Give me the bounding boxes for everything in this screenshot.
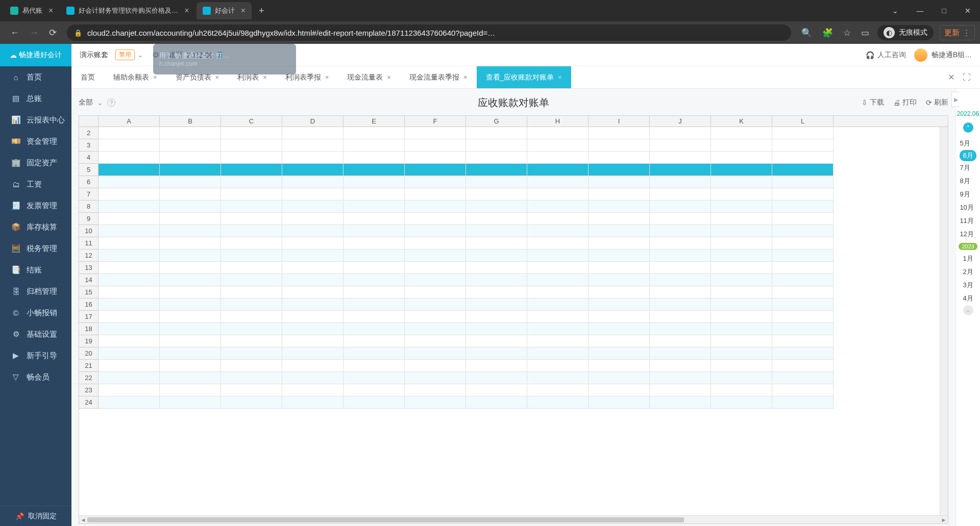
page-tab-1[interactable]: 辅助余额表× [104, 66, 166, 88]
scroll-left-icon[interactable]: ◄ [79, 517, 87, 523]
cell[interactable] [344, 274, 405, 286]
cell[interactable] [527, 201, 589, 213]
cell[interactable] [344, 311, 405, 323]
cell[interactable] [650, 347, 711, 360]
cell[interactable] [466, 237, 527, 249]
close-icon[interactable]: × [153, 73, 157, 81]
cell[interactable] [344, 176, 405, 188]
cell[interactable] [527, 323, 589, 335]
cell[interactable] [99, 249, 160, 262]
cell[interactable] [344, 237, 405, 249]
reload-button[interactable]: ⟳ [44, 27, 62, 38]
table-row[interactable]: 6 [79, 176, 948, 188]
cell[interactable] [344, 360, 405, 372]
cell[interactable] [405, 323, 466, 335]
cell[interactable] [466, 323, 527, 335]
close-all-tabs-icon[interactable]: ✕ [944, 72, 959, 82]
cell[interactable] [711, 164, 772, 176]
cell[interactable] [527, 237, 589, 249]
cell[interactable] [527, 164, 589, 176]
cell[interactable] [772, 249, 834, 262]
page-tab-7[interactable]: 查看_应收账款对账单× [477, 66, 571, 88]
cell[interactable] [99, 274, 160, 286]
page-tab-4[interactable]: 利润表季报× [276, 66, 338, 88]
table-row[interactable]: 13 [79, 262, 948, 274]
cell[interactable] [282, 323, 344, 335]
cell[interactable] [99, 286, 160, 298]
cell[interactable] [527, 286, 589, 298]
cell[interactable] [344, 152, 405, 164]
cell[interactable] [344, 225, 405, 237]
cell[interactable] [99, 188, 160, 201]
cell[interactable] [99, 298, 160, 311]
download-button[interactable]: ⇩下载 [862, 98, 884, 107]
table-row[interactable]: 19 [79, 335, 948, 347]
cell[interactable] [772, 201, 834, 213]
scroll-down-button[interactable]: ⌄ [963, 305, 973, 315]
cell[interactable] [221, 188, 282, 201]
table-row[interactable]: 22 [79, 372, 948, 384]
cell[interactable] [589, 201, 650, 213]
cell[interactable] [282, 127, 344, 139]
sidebar-item-12[interactable]: ⚙基础设置 [0, 323, 71, 345]
avatar[interactable] [914, 48, 927, 62]
cell[interactable] [466, 188, 527, 201]
cell[interactable] [160, 188, 221, 201]
cell[interactable] [650, 225, 711, 237]
cell[interactable] [711, 323, 772, 335]
cell[interactable] [711, 298, 772, 311]
cell[interactable] [282, 188, 344, 201]
cell[interactable] [466, 249, 527, 262]
month-item[interactable]: 12月 [960, 228, 976, 241]
cell[interactable] [221, 384, 282, 396]
select-all-corner[interactable] [79, 116, 99, 127]
cell[interactable] [711, 360, 772, 372]
month-item[interactable]: 2月 [963, 265, 973, 279]
cell[interactable] [466, 274, 527, 286]
cell[interactable] [344, 139, 405, 152]
cell[interactable] [527, 176, 589, 188]
print-button[interactable]: 🖨打印 [893, 98, 917, 107]
scroll-thumb[interactable] [87, 517, 684, 522]
cell[interactable] [99, 152, 160, 164]
cell[interactable] [711, 249, 772, 262]
table-row[interactable]: 2 [79, 127, 948, 139]
cell[interactable] [650, 372, 711, 384]
row-header[interactable]: 24 [79, 396, 99, 409]
month-item[interactable]: 6月 [960, 150, 976, 161]
cell[interactable] [650, 286, 711, 298]
zoom-icon[interactable]: 🔍 [796, 28, 817, 38]
cell[interactable] [282, 164, 344, 176]
cell[interactable] [772, 213, 834, 225]
row-header[interactable]: 16 [79, 298, 99, 311]
cell[interactable] [221, 311, 282, 323]
cell[interactable] [589, 286, 650, 298]
cell[interactable] [711, 274, 772, 286]
cell[interactable] [282, 225, 344, 237]
cell[interactable] [527, 335, 589, 347]
cell[interactable] [650, 152, 711, 164]
cell[interactable] [466, 286, 527, 298]
cell[interactable] [344, 347, 405, 360]
cell[interactable] [282, 213, 344, 225]
close-icon[interactable]: × [263, 73, 267, 81]
cell[interactable] [160, 372, 221, 384]
cell[interactable] [589, 372, 650, 384]
cell[interactable] [405, 164, 466, 176]
page-tab-0[interactable]: 首页 [71, 66, 104, 88]
cell[interactable] [221, 139, 282, 152]
cell[interactable] [466, 372, 527, 384]
cell[interactable] [650, 201, 711, 213]
cell[interactable] [589, 225, 650, 237]
cell[interactable] [466, 360, 527, 372]
column-header[interactable]: L [772, 116, 834, 127]
table-row[interactable]: 12 [79, 249, 948, 262]
gear-icon[interactable]: ⚙ [152, 50, 159, 60]
cell[interactable] [466, 335, 527, 347]
cell[interactable] [650, 311, 711, 323]
row-header[interactable]: 22 [79, 372, 99, 384]
cell[interactable] [527, 188, 589, 201]
cell[interactable] [589, 396, 650, 409]
vertical-scrollbar[interactable] [940, 127, 948, 515]
chevron-down-icon[interactable]: ⌄ [883, 7, 908, 15]
